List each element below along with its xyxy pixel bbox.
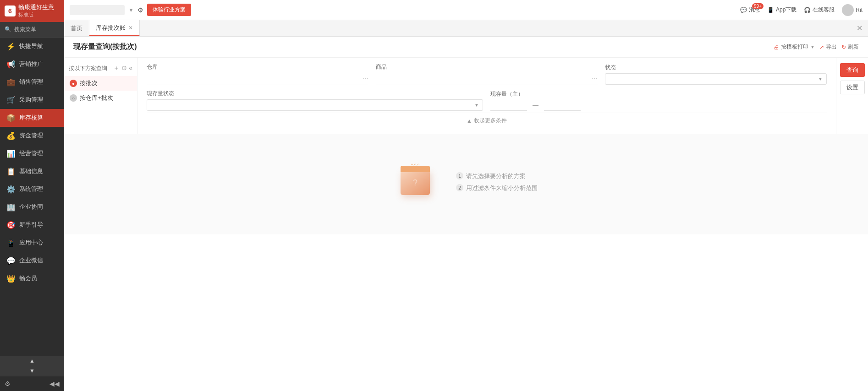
apps-icon: 📱 — [6, 239, 16, 247]
filter-main: 仓库 ··· 商品 — [137, 58, 836, 134]
stock-main-field: 现存量（主） — — [490, 90, 827, 111]
settings-button[interactable]: 设置 — [840, 81, 865, 94]
sidebar-item-ops[interactable]: 📊 经营管理 — [0, 145, 64, 163]
avatar-img — [842, 4, 854, 16]
sidebar-item-basic[interactable]: 📋 基础信息 — [0, 163, 64, 180]
scheme-label-by-batch: 按批次 — [80, 79, 98, 87]
print-button[interactable]: 🖨 按模板打印 ▼ — [774, 43, 815, 51]
empty-box-icon: ? — [401, 170, 430, 195]
sidebar-label-newbie: 新手引导 — [19, 221, 43, 229]
export-button[interactable]: ↗ 导出 — [819, 43, 837, 51]
app-download-button[interactable]: 📱 App下载 — [767, 6, 797, 14]
refresh-button[interactable]: ↻ 刷新 — [841, 43, 859, 51]
messages-badge: 99+ — [752, 3, 764, 9]
dropdown-chevron-icon[interactable]: ▼ — [128, 7, 134, 13]
sidebar-item-newbie[interactable]: 🎯 新手引导 — [0, 216, 64, 234]
warehouse-filter-input[interactable]: ··· — [147, 73, 368, 85]
warehouse-filter-field: 仓库 ··· — [147, 63, 368, 85]
page-title: 现存量查询(按批次) — [73, 42, 137, 52]
sidebar-label-vip: 畅会员 — [19, 274, 37, 282]
sidebar-item-apps[interactable]: 📱 应用中心 — [0, 234, 64, 252]
query-button[interactable]: 查询 — [840, 63, 865, 77]
sidebar-item-sales[interactable]: 💼 销售管理 — [0, 73, 64, 91]
sidebar-scroll-up[interactable]: ▲ — [0, 356, 64, 366]
tip-1-text: 请先选择要分析的方案 — [466, 172, 526, 180]
sales-icon: 💼 — [6, 78, 16, 87]
online-service-button[interactable]: 🎧 在线客服 — [804, 6, 835, 14]
purchase-icon: 🛒 — [6, 96, 16, 104]
search-menu-item[interactable]: 🔍 搜索菜单 — [0, 22, 64, 38]
tab-inventory-batch-label: 库存批次账 — [96, 24, 126, 32]
scheme-item-by-warehouse-batch[interactable]: ○ 按仓库+批次 — [64, 91, 137, 105]
ops-icon: 📊 — [6, 149, 16, 158]
empty-illustration: ? 〰 — [395, 161, 436, 207]
sidebar-item-marketing[interactable]: 📢 营销推广 — [0, 55, 64, 73]
industry-solution-button[interactable]: 体验行业方案 — [147, 4, 191, 16]
scheme-label-by-warehouse-batch: 按仓库+批次 — [80, 94, 113, 102]
stock-status-chevron-icon: ▼ — [474, 103, 479, 108]
online-service-label: 在线客服 — [813, 6, 835, 14]
stock-status-field: 现存量状态 ▼ — [147, 90, 483, 111]
user-avatar[interactable]: Rit — [842, 4, 863, 16]
sidebar-label-apps: 应用中心 — [19, 239, 43, 247]
action-bar: 查询 设置 — [836, 58, 868, 134]
sidebar-item-finance[interactable]: 💰 资金管理 — [0, 127, 64, 145]
sidebar-label-system: 系统管理 — [19, 185, 43, 193]
sidebar-item-inventory[interactable]: 📦 库存核算 — [0, 109, 64, 127]
goods-filter-label: 商品 — [376, 63, 598, 71]
sidebar-nav: ⚡ 快捷导航 📢 营销推广 💼 销售管理 🛒 采购管理 📦 库存核算 💰 资金管… — [0, 38, 64, 356]
steam-icon: 〰 — [411, 161, 419, 169]
sidebar-item-quick-nav[interactable]: ⚡ 快捷导航 — [0, 38, 64, 55]
stock-main-min-input[interactable] — [490, 100, 527, 111]
vip-icon: 👑 — [6, 274, 16, 283]
app-subtitle: 标准版 — [18, 11, 54, 18]
sidebar-scroll-down[interactable]: ▼ — [0, 366, 64, 376]
add-scheme-icon[interactable]: ＋ — [113, 64, 120, 72]
collapse-sidebar-btn[interactable]: ◀◀ — [49, 380, 60, 387]
filter-row-2: 现存量状态 ▼ 现存量（主） — — [147, 90, 827, 111]
empty-tip-2: 2 用过滤条件来缩小分析范围 — [456, 184, 538, 192]
sidebar-label-ops: 经营管理 — [19, 149, 43, 157]
topbar: ▼ ⚙ 体验行业方案 💬 消息 99+ 📱 App下载 🎧 在线客服 Rit — [64, 0, 868, 20]
stock-status-select[interactable]: ▼ — [147, 99, 483, 111]
sidebar-label-marketing: 营销推广 — [19, 60, 43, 68]
status-select[interactable]: ▼ — [605, 73, 827, 85]
tab-home[interactable]: 首页 — [64, 20, 89, 36]
stock-main-max-input[interactable] — [544, 100, 581, 111]
tab-close-icon[interactable]: ✕ — [128, 25, 133, 31]
search-input[interactable] — [70, 5, 125, 15]
export-icon: ↗ — [819, 44, 824, 50]
close-all-tabs-button[interactable]: ✕ — [851, 24, 868, 33]
goods-dots-icon[interactable]: ··· — [592, 75, 598, 83]
settings-footer-btn[interactable]: ⚙ — [5, 380, 11, 387]
sidebar-footer: ⚙ ◀◀ — [0, 376, 64, 391]
stock-main-label: 现存量（主） — [490, 90, 827, 98]
scheme-panel-header: 按以下方案查询 ＋ ⊙ « — [64, 62, 137, 76]
messages-button[interactable]: 💬 消息 99+ — [740, 6, 760, 14]
collapse-filters-button[interactable]: ▲ 收起更多条件 — [147, 113, 827, 128]
sidebar-item-system[interactable]: ⚙️ 系统管理 — [0, 180, 64, 198]
refresh-icon: ↻ — [841, 44, 846, 50]
sidebar-item-vip[interactable]: 👑 畅会员 — [0, 270, 64, 288]
sidebar-label-purchase: 采购管理 — [19, 96, 43, 104]
topbar-gear-icon[interactable]: ⚙ — [137, 6, 143, 14]
print-label: 按模板打印 — [781, 43, 808, 51]
sidebar-item-wechat[interactable]: 💬 企业微信 — [0, 252, 64, 270]
sidebar-item-purchase[interactable]: 🛒 采购管理 — [0, 91, 64, 109]
scheme-settings-icon[interactable]: ⊙ — [121, 64, 127, 72]
tab-inventory-batch[interactable]: 库存批次账 ✕ — [89, 20, 140, 36]
scheme-header-label: 按以下方案查询 — [69, 65, 107, 72]
scheme-collapse-icon[interactable]: « — [129, 64, 132, 72]
filter-fields-area: 仓库 ··· 商品 — [137, 58, 868, 134]
status-filter-field: 状态 ▼ — [605, 64, 827, 85]
page-actions: 🖨 按模板打印 ▼ ↗ 导出 ↻ 刷新 — [774, 43, 859, 51]
goods-filter-input[interactable]: ··· — [376, 73, 598, 85]
warehouse-dots-icon[interactable]: ··· — [363, 75, 368, 83]
sidebar-label-finance: 资金管理 — [19, 131, 43, 140]
stock-status-label: 现存量状态 — [147, 90, 483, 98]
scheme-item-by-batch[interactable]: ● 按批次 — [64, 76, 137, 91]
sidebar-item-corp[interactable]: 🏢 企业协同 — [0, 198, 64, 216]
sidebar: 6 畅康通好生意 标准版 🔍 搜索菜单 ⚡ 快捷导航 📢 营销推广 💼 销售管理… — [0, 0, 64, 391]
print-icon: 🖨 — [774, 44, 779, 50]
topbar-right: 💬 消息 99+ 📱 App下载 🎧 在线客服 Rit — [740, 4, 863, 16]
